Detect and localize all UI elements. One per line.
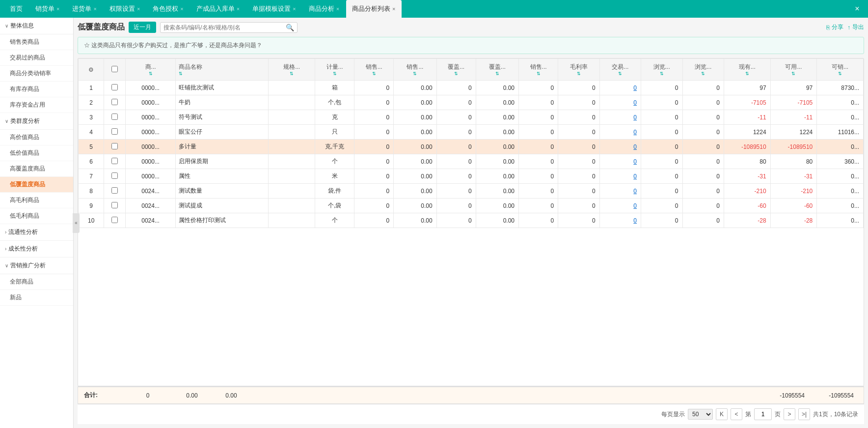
trade-link[interactable]: 0: [633, 173, 637, 180]
th-unit[interactable]: 计量... ⇅: [315, 59, 354, 81]
page-number-input[interactable]: [754, 408, 772, 420]
sidebar-section-header-flow[interactable]: › 流通性分析: [0, 224, 73, 241]
share-button[interactable]: ⎘ 分享: [826, 23, 843, 31]
export-button[interactable]: ↑ 导出: [847, 23, 864, 31]
sidebar-item-high-profit[interactable]: 高毛利商品: [0, 193, 73, 208]
nav-close-analysis[interactable]: ×: [336, 6, 339, 12]
page-size-select[interactable]: 501020100: [688, 409, 713, 420]
th-cover2[interactable]: 覆盖... ⇅: [476, 59, 518, 81]
row-checkbox[interactable]: [111, 84, 118, 90]
cell-spec: [269, 154, 315, 169]
row-checkbox[interactable]: [111, 99, 118, 105]
nav-close-analysis-list[interactable]: ×: [392, 6, 395, 12]
th-settings[interactable]: ⚙: [79, 59, 104, 81]
nav-close-role[interactable]: ×: [180, 6, 183, 12]
cell-check[interactable]: [104, 110, 126, 125]
nav-close-permission[interactable]: ×: [137, 6, 140, 12]
table-row: 7 0000... 属性 米 0 0.00 0 0.00 0 0 0 0 0 -…: [79, 169, 864, 184]
sort-arrows-sale3: ⇅: [522, 71, 555, 76]
th-sale-qty[interactable]: 销售... ⇅: [354, 59, 394, 81]
cell-check[interactable]: [104, 213, 126, 228]
nav-product-entry[interactable]: 产成品入库单 ×: [190, 0, 245, 18]
row-checkbox[interactable]: [111, 114, 118, 120]
date-filter-button[interactable]: 近一月: [129, 22, 156, 33]
select-all-checkbox[interactable]: [111, 66, 118, 72]
trade-link[interactable]: 0: [633, 99, 637, 106]
cell-check[interactable]: [104, 184, 126, 199]
nav-template[interactable]: 单据模板设置 ×: [246, 0, 301, 18]
th-gross[interactable]: 毛利率 ⇅: [558, 59, 599, 81]
row-checkbox[interactable]: [111, 202, 118, 208]
cell-check[interactable]: [104, 140, 126, 154]
next-page-button[interactable]: >: [784, 408, 795, 420]
trade-link[interactable]: 0: [633, 217, 637, 224]
search-icon[interactable]: 🔍: [286, 24, 294, 31]
th-sell[interactable]: 可销... ⇅: [817, 59, 864, 81]
row-checkbox[interactable]: [111, 217, 118, 223]
th-cur-stock[interactable]: 现有... ⇅: [724, 59, 770, 81]
row-checkbox[interactable]: [111, 172, 118, 179]
cell-browse2: 0: [682, 125, 724, 140]
sidebar-item-new-goods[interactable]: 新品: [0, 290, 73, 306]
sidebar-item-has-stock[interactable]: 有库存商品: [0, 82, 73, 97]
trade-link[interactable]: 0: [633, 85, 637, 91]
nav-role-auth[interactable]: 角色授权 ×: [147, 0, 189, 18]
prev-page-button[interactable]: <: [731, 408, 742, 420]
sidebar-item-low-coverage[interactable]: 低覆盖度商品: [0, 177, 73, 193]
trade-link[interactable]: 0: [633, 158, 637, 165]
cell-check[interactable]: [104, 199, 126, 213]
nav-analysis-list[interactable]: 商品分析列表 ×: [346, 0, 401, 18]
th-name[interactable]: 商品名称 ⇅: [176, 59, 269, 81]
th-avail[interactable]: 可用... ⇅: [770, 59, 817, 81]
sidebar-item-sales-goods[interactable]: 销售类商品: [0, 34, 73, 50]
th-sale3[interactable]: 销售... ⇅: [519, 59, 558, 81]
cell-check[interactable]: [104, 81, 126, 95]
row-checkbox[interactable]: [111, 158, 118, 164]
last-page-button[interactable]: >|: [798, 408, 810, 420]
nav-sales-order[interactable]: 销货单 ×: [29, 0, 65, 18]
cell-check[interactable]: [104, 125, 126, 140]
sidebar-item-low-value[interactable]: 低价值商品: [0, 145, 73, 161]
th-browse2[interactable]: 浏览... ⇅: [682, 59, 724, 81]
sidebar-item-category-rate[interactable]: 商品分类动销率: [0, 66, 73, 82]
nav-home[interactable]: 首页: [4, 0, 28, 18]
sidebar-item-traded-goods[interactable]: 交易过的商品: [0, 50, 73, 66]
th-trade[interactable]: 交易... ⇅: [599, 59, 641, 81]
sidebar-item-all-goods[interactable]: 全部商品: [0, 274, 73, 290]
row-checkbox[interactable]: [111, 143, 118, 149]
nav-close-template[interactable]: ×: [293, 6, 296, 12]
nav-close-sales[interactable]: ×: [56, 6, 59, 12]
cell-check[interactable]: [104, 154, 126, 169]
trade-link[interactable]: 0: [633, 143, 637, 150]
sidebar-item-high-coverage[interactable]: 高覆盖度商品: [0, 161, 73, 177]
first-page-button[interactable]: K: [716, 408, 728, 420]
nav-purchase[interactable]: 进货单 ×: [66, 0, 102, 18]
nav-close-product[interactable]: ×: [237, 6, 240, 12]
th-code[interactable]: 商... ⇅: [126, 59, 176, 81]
row-checkbox[interactable]: [111, 187, 118, 194]
nav-close-purchase[interactable]: ×: [93, 6, 96, 12]
trade-link[interactable]: 0: [633, 114, 637, 121]
th-sale-amt[interactable]: 销售... ⇅: [394, 59, 436, 81]
row-checkbox[interactable]: [111, 128, 118, 135]
trade-link[interactable]: 0: [633, 202, 637, 209]
sidebar-item-stock-funds[interactable]: 库存资金占用: [0, 97, 73, 113]
trade-link[interactable]: 0: [633, 129, 637, 136]
th-browse1[interactable]: 浏览... ⇅: [641, 59, 682, 81]
sidebar-section-header-overview[interactable]: ∨ 整体信息: [0, 18, 73, 34]
th-cover1[interactable]: 覆盖... ⇅: [436, 59, 476, 81]
sidebar-item-high-value[interactable]: 高价值商品: [0, 130, 73, 145]
nav-permission[interactable]: 权限设置 ×: [104, 0, 146, 18]
cell-check[interactable]: [104, 95, 126, 110]
window-close-button[interactable]: ×: [850, 2, 864, 16]
sidebar-collapse-button[interactable]: «: [73, 213, 80, 233]
sidebar-section-header-growth[interactable]: › 成长性分析: [0, 241, 73, 257]
sidebar-section-header-marketing[interactable]: ∨ 营销推广分析: [0, 257, 73, 274]
sidebar-section-header-group[interactable]: ∨ 类群度分析: [0, 113, 73, 130]
cell-check[interactable]: [104, 169, 126, 184]
nav-analysis[interactable]: 商品分析 ×: [303, 0, 345, 18]
th-spec[interactable]: 规格... ⇅: [269, 59, 315, 81]
trade-link[interactable]: 0: [633, 188, 637, 195]
sidebar-item-low-profit[interactable]: 低毛利商品: [0, 208, 73, 224]
search-input[interactable]: [163, 24, 284, 31]
